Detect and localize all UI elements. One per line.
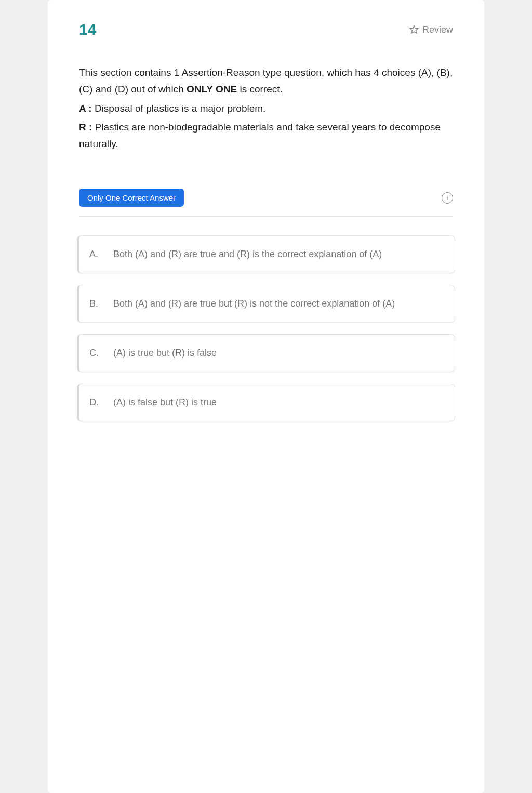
reason-label: R : — [79, 122, 95, 133]
intro-tail: is correct. — [237, 84, 283, 95]
question-intro: This section contains 1 Assertion-Reason… — [79, 64, 453, 98]
question-body: This section contains 1 Assertion-Reason… — [48, 64, 484, 152]
question-number: 14 — [79, 21, 96, 38]
badge-row: Only One Correct Answer i — [48, 189, 484, 207]
question-card: 14 Review This section contains 1 Assert… — [48, 0, 484, 793]
review-label: Review — [422, 24, 453, 35]
option-a[interactable]: A. Both (A) and (R) are true and (R) is … — [77, 235, 455, 273]
assertion-text: Disposal of plastics is a major problem. — [95, 103, 265, 114]
reason-line: R : Plastics are non-biodegradable mater… — [79, 119, 453, 153]
reason-text: Plastics are non-biodegradable materials… — [79, 122, 441, 149]
assertion-label: A : — [79, 103, 95, 114]
intro-bold: ONLY ONE — [187, 84, 237, 95]
option-key: D. — [89, 397, 102, 408]
review-button[interactable]: Review — [409, 24, 453, 35]
divider — [79, 216, 453, 217]
option-key: B. — [89, 298, 102, 309]
answer-type-badge: Only One Correct Answer — [79, 189, 184, 207]
option-text: (A) is true but (R) is false — [113, 346, 217, 360]
svg-marker-0 — [410, 25, 418, 33]
info-icon[interactable]: i — [442, 192, 453, 204]
option-d[interactable]: D. (A) is false but (R) is true — [77, 384, 455, 421]
option-text: Both (A) and (R) are true but (R) is not… — [113, 297, 395, 311]
app-root: 14 Review This section contains 1 Assert… — [0, 0, 532, 793]
star-icon — [409, 24, 419, 35]
assertion-line: A : Disposal of plastics is a major prob… — [79, 100, 453, 117]
options-list: A. Both (A) and (R) are true and (R) is … — [48, 235, 484, 421]
header-row: 14 Review — [48, 21, 484, 38]
option-c[interactable]: C. (A) is true but (R) is false — [77, 334, 455, 372]
option-text: (A) is false but (R) is true — [113, 395, 217, 409]
option-b[interactable]: B. Both (A) and (R) are true but (R) is … — [77, 285, 455, 323]
option-key: C. — [89, 348, 102, 359]
option-key: A. — [89, 249, 102, 260]
option-text: Both (A) and (R) are true and (R) is the… — [113, 247, 382, 261]
